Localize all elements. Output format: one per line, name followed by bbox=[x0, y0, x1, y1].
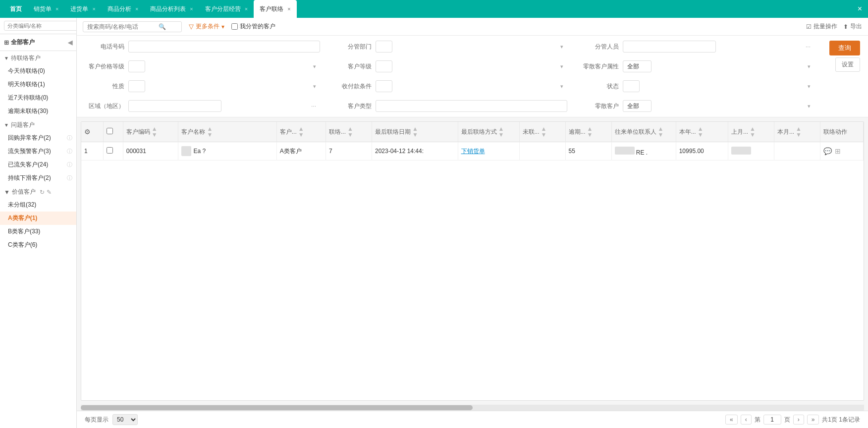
sort-unit-icon[interactable]: ▲▼ bbox=[658, 126, 664, 138]
scroll-thumb[interactable] bbox=[81, 405, 473, 410]
close-purchase-icon[interactable]: × bbox=[92, 6, 95, 12]
contact-icon[interactable]: 💬 bbox=[823, 147, 832, 155]
sidebar-item-declining[interactable]: 持续下滑客户(2) ⓘ bbox=[0, 171, 76, 185]
sort-lastway-icon[interactable]: ▲▼ bbox=[498, 126, 504, 138]
th-check bbox=[104, 122, 123, 142]
payment-select[interactable] bbox=[376, 80, 392, 92]
phone-input[interactable] bbox=[128, 41, 320, 53]
sort-overdue-icon[interactable]: ▲▼ bbox=[587, 126, 593, 138]
scatter-customer-select[interactable]: 全部 bbox=[623, 100, 651, 112]
horizontal-scrollbar[interactable] bbox=[81, 405, 864, 411]
sort-name-icon[interactable]: ▲▼ bbox=[207, 126, 213, 138]
select-all-checkbox[interactable] bbox=[107, 128, 113, 134]
main-search-icon[interactable]: 🔍 bbox=[159, 23, 166, 30]
more-filter-button[interactable]: ▽ 更多条件 ▾ bbox=[186, 21, 227, 32]
my-customers-checkbox[interactable] bbox=[231, 23, 238, 30]
th-gear: ⚙ bbox=[81, 122, 104, 142]
data-table-container: ⚙ 客户编码 ▲▼ 客户名称 bbox=[81, 121, 864, 401]
qr-icon[interactable]: ⊞ bbox=[835, 147, 841, 155]
collapse-sidebar-button[interactable]: ◀ bbox=[68, 39, 72, 46]
first-page-button[interactable]: « bbox=[725, 415, 738, 425]
edit-icon[interactable]: ✎ bbox=[47, 189, 52, 196]
pagination-bar: 每页显示 50 100 200 « ‹ 第 页 › » 共1页 1条记录 bbox=[77, 411, 868, 428]
sidebar-item-a-class[interactable]: A类客户(1) bbox=[0, 212, 76, 225]
sidebar-item-b-class[interactable]: B类客户(33) bbox=[0, 225, 76, 238]
sort-thisyear-icon[interactable]: ▲▼ bbox=[698, 126, 704, 138]
sidebar-item-overdue[interactable]: 逾期未联络(30) bbox=[0, 105, 76, 118]
sort-lastdate-icon[interactable]: ▲▼ bbox=[412, 126, 418, 138]
nature-select[interactable] bbox=[128, 80, 145, 92]
customer-level-label: 客户等级 bbox=[332, 62, 372, 71]
region-input[interactable] bbox=[128, 100, 221, 112]
lastway-link[interactable]: 下销货单 bbox=[461, 148, 485, 155]
sidebar-item-tomorrow[interactable]: 明天待联络(1) bbox=[0, 78, 76, 91]
close-product-analysis-icon[interactable]: × bbox=[135, 6, 138, 12]
tab-product-analysis-list[interactable]: 商品分析列表 × bbox=[144, 0, 199, 18]
gear-icon[interactable]: ⚙ bbox=[84, 128, 91, 136]
rebuy-label: 回购异常客户(2) bbox=[8, 134, 67, 142]
total-records: 共1页 1条记录 bbox=[822, 416, 860, 424]
sidebar-item-rebuy[interactable]: 回购异常客户(2) ⓘ bbox=[0, 131, 76, 145]
prev-page-button[interactable]: ‹ bbox=[741, 415, 752, 425]
next-page-button[interactable]: › bbox=[793, 415, 804, 425]
close-customer-layer-icon[interactable]: × bbox=[245, 6, 248, 12]
top-navigation: 首页 销货单 × 进货单 × 商品分析 × 商品分析列表 × 客户分层经营 × … bbox=[0, 0, 868, 18]
close-product-analysis-list-icon[interactable]: × bbox=[190, 6, 193, 12]
price-level-select[interactable] bbox=[128, 60, 145, 72]
dept-select-wrapper bbox=[376, 41, 567, 53]
th-name-label: 客户名称 bbox=[181, 128, 205, 136]
tab-home[interactable]: 首页 bbox=[4, 0, 28, 18]
th-code-label: 客户编码 bbox=[126, 128, 150, 136]
scatter-attr-select[interactable]: 全部 bbox=[623, 60, 651, 72]
region-label: 区域（地区） bbox=[85, 102, 124, 110]
person-select-wrapper bbox=[623, 41, 814, 53]
all-customers-header[interactable]: ⊞ 全部客户 ◀ bbox=[0, 34, 76, 51]
person-input[interactable] bbox=[623, 41, 716, 53]
region-field: 区域（地区） bbox=[85, 100, 320, 112]
my-customers-check[interactable]: 我分管的客户 bbox=[231, 22, 275, 31]
tab-product-analysis[interactable]: 商品分析 × bbox=[102, 0, 144, 18]
problem-customer-label: 问题客户 bbox=[11, 121, 35, 129]
status-select[interactable] bbox=[623, 80, 640, 92]
sort-lastmonth-icon[interactable]: ▲▼ bbox=[750, 126, 756, 138]
query-button[interactable]: 查询 bbox=[829, 41, 860, 55]
refresh-icon[interactable]: ↻ bbox=[40, 189, 45, 196]
per-page-select[interactable]: 50 100 200 bbox=[112, 414, 138, 425]
customer-level-select[interactable] bbox=[376, 60, 392, 72]
sidebar-search-input[interactable] bbox=[4, 21, 77, 31]
sort-type-icon[interactable]: ▲▼ bbox=[298, 126, 304, 138]
sort-code-icon[interactable]: ▲▼ bbox=[152, 126, 158, 138]
settings-button[interactable]: 设置 bbox=[835, 57, 860, 72]
sidebar-item-churned[interactable]: 已流失客户(24) ⓘ bbox=[0, 158, 76, 171]
sort-thismonth-icon[interactable]: ▲▼ bbox=[796, 126, 802, 138]
row-checkbox[interactable] bbox=[107, 147, 113, 154]
tab-customer-layer[interactable]: 客户分层经营 × bbox=[199, 0, 254, 18]
tab-sales[interactable]: 销货单 × bbox=[28, 0, 64, 18]
unit-text: RE . bbox=[636, 149, 648, 156]
customer-type-input[interactable] bbox=[376, 100, 567, 112]
dept-select[interactable] bbox=[376, 41, 392, 53]
scatter-customer-label: 零散客户 bbox=[579, 102, 619, 110]
tab-purchase[interactable]: 进货单 × bbox=[64, 0, 101, 18]
close-all-button[interactable]: × bbox=[858, 4, 862, 13]
sidebar-item-churn-warn[interactable]: 流失预警客户(3) ⓘ bbox=[0, 145, 76, 158]
export-button[interactable]: ⬆ 导出 bbox=[843, 22, 862, 31]
page-number-input[interactable] bbox=[763, 415, 781, 425]
batch-op-button[interactable]: ☑ 批量操作 bbox=[806, 22, 837, 31]
sort-contact-icon[interactable]: ▲▼ bbox=[347, 126, 353, 138]
pagination-right: « ‹ 第 页 › » 共1页 1条记录 bbox=[725, 415, 860, 425]
sort-uncontact-icon[interactable]: ▲▼ bbox=[541, 126, 547, 138]
tab-customer-contact[interactable]: 客户联络 × bbox=[254, 0, 296, 18]
sidebar-item-ungrouped[interactable]: 未分组(32) bbox=[0, 198, 76, 212]
close-sales-icon[interactable]: × bbox=[55, 6, 58, 12]
row-uncontact bbox=[519, 142, 565, 160]
main-search-input[interactable] bbox=[87, 23, 157, 30]
sidebar: 🔍 ⊞ 全部客户 ◀ ▼ 待联络客户 今天待联络(0) 明天待联络(1) 近7天… bbox=[0, 18, 77, 428]
sidebar-item-week[interactable]: 近7天待联络(0) bbox=[0, 91, 76, 105]
dept-label: 分管部门 bbox=[332, 43, 372, 51]
sidebar-item-today[interactable]: 今天待联络(0) bbox=[0, 64, 76, 78]
last-page-button[interactable]: » bbox=[807, 415, 819, 425]
row-no: 1 bbox=[81, 142, 104, 160]
sidebar-item-c-class[interactable]: C类客户(6) bbox=[0, 238, 76, 252]
close-customer-contact-icon[interactable]: × bbox=[287, 6, 290, 12]
